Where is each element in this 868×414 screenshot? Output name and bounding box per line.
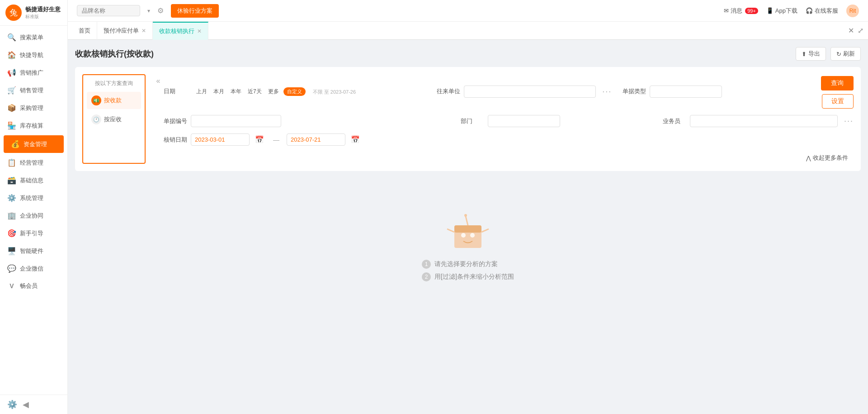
collapse-btn[interactable]: ⋀ 收起更多条件: [164, 152, 854, 164]
filter-option-by-receivable[interactable]: 🕐 按应收: [87, 111, 141, 128]
settings-icon[interactable]: ⚙️: [7, 400, 17, 409]
industry-btn[interactable]: 休验行业方案: [171, 4, 219, 18]
sidebar-item-search[interactable]: 🔍 搜索菜单: [0, 29, 67, 46]
dept-select[interactable]: [488, 115, 560, 127]
home-icon: 🏠: [7, 51, 16, 59]
tab-receipt-verify-close-icon[interactable]: ✕: [197, 28, 202, 34]
sidebar-item-label: 快捷导航: [20, 51, 43, 59]
partner-more-icon[interactable]: ···: [602, 87, 612, 96]
sidebar-nav: 🔍 搜索菜单 🏠 快捷导航 📢 营销推广 🛒 销售管理 📦 采购管理 🏪 库存核…: [0, 26, 67, 395]
tab-prepay[interactable]: 预付冲应付单 ✕: [97, 22, 153, 40]
sidebar-item-system[interactable]: ⚙️ 系统管理: [0, 189, 67, 207]
wecom-icon: 💬: [7, 264, 16, 273]
tip-num-2: 2: [422, 272, 431, 281]
chevron-down-icon[interactable]: ▾: [147, 8, 150, 14]
date-label: 日期: [164, 87, 187, 95]
brand-input[interactable]: [77, 5, 140, 16]
page-content: 收款核销执行(按收款) ⬆ 导出 ↻ 刷新 按以下方案查询 💵 按收款: [68, 40, 868, 414]
date-filter: 日期 上月 本月 本年 近7天 更多 自定义 不限 至 2023-07-26: [164, 87, 426, 96]
filter-option-receivable-label: 按应收: [104, 115, 122, 124]
tab-bar: 首页 预付冲应付单 ✕ 收款核销执行 ✕ ✕ ⤢: [68, 22, 868, 40]
settings-btn[interactable]: 设置: [822, 94, 854, 109]
sidebar-item-label: 智能硬件: [20, 247, 43, 255]
message-btn[interactable]: ✉ 消息 99+: [724, 7, 758, 15]
sidebar-item-basicinfo[interactable]: 🗃️ 基础信息: [0, 171, 67, 189]
top-header: ▾ ⚙ 休验行业方案 ✉ 消息 99+ 📱 App下载 🎧 在线客服 Rit: [68, 0, 868, 22]
filter-option-by-receipt[interactable]: 💵 按收款: [87, 92, 141, 109]
sidebar-item-label: 搜索菜单: [20, 33, 43, 42]
sidebar-item-marketing[interactable]: 📢 营销推广: [0, 64, 67, 81]
sidebar-item-label: 企业协同: [20, 212, 43, 220]
empty-svg: [441, 207, 495, 252]
app-name: 畅捷通好生意: [25, 6, 61, 14]
tab-expand-btn[interactable]: ⤢: [858, 26, 863, 35]
sidebar-item-enterprise[interactable]: 🏢 企业协同: [0, 207, 67, 224]
sidebar-item-finance[interactable]: 💰 资金管理: [4, 135, 64, 153]
svg-line-9: [481, 229, 489, 232]
tab-prepay-label: 预付冲应付单: [104, 27, 139, 35]
tip-text-2: 用[过滤]条件来缩小分析范围: [434, 273, 514, 281]
filter-toggle-btn[interactable]: «: [153, 74, 164, 164]
refresh-btn[interactable]: ↻ 刷新: [830, 47, 861, 61]
verify-date-label: 核销日期: [164, 136, 187, 144]
docno-label: 单据编号: [164, 117, 187, 125]
tab-receipt-verify[interactable]: 收款核销执行 ✕: [153, 22, 208, 40]
date-btn-last-month[interactable]: 上月: [194, 87, 209, 96]
filter-row-1: 日期 上月 本月 本年 近7天 更多 自定义 不限 至 2023-07-26 往…: [164, 74, 854, 109]
sidebar-item-label: 营销推广: [20, 69, 43, 77]
svg-text:兔: 兔: [9, 8, 18, 17]
date-btn-more[interactable]: 更多: [266, 87, 281, 96]
date-btn-this-year[interactable]: 本年: [229, 87, 243, 96]
partner-input[interactable]: [464, 86, 596, 98]
sidebar-item-wecom[interactable]: 💬 企业微信: [0, 260, 67, 277]
staff-input[interactable]: [690, 115, 838, 127]
operations-icon: 📋: [7, 158, 16, 167]
sidebar-item-label: 企业微信: [20, 265, 43, 273]
tab-home-label: 首页: [79, 27, 90, 35]
date-btn-custom[interactable]: 自定义: [283, 87, 306, 96]
sidebar-item-sales[interactable]: 🛒 销售管理: [0, 81, 67, 99]
calendar-start-icon[interactable]: 📅: [255, 135, 264, 144]
sidebar-item-inventory[interactable]: 🏪 库存核算: [0, 117, 67, 134]
tab-close-all-btn[interactable]: ✕: [848, 26, 854, 35]
doctype-select[interactable]: [650, 86, 722, 98]
verify-date-start-input[interactable]: [191, 133, 250, 146]
query-btn[interactable]: 查询: [821, 76, 854, 90]
calendar-end-icon[interactable]: 📅: [351, 135, 360, 144]
sidebar-item-hardware[interactable]: 🖥️ 智能硬件: [0, 242, 67, 260]
sidebar-item-quicknav[interactable]: 🏠 快捷导航: [0, 46, 67, 64]
header-right: ✉ 消息 99+ 📱 App下载 🎧 在线客服 Rit: [724, 5, 859, 17]
export-btn[interactable]: ⬆ 导出: [796, 47, 826, 61]
empty-state: 1 请先选择要分析的方案 2 用[过滤]条件来缩小分析范围: [75, 207, 861, 281]
online-service-btn[interactable]: 🎧 在线客服: [806, 7, 838, 15]
verify-date-end-input[interactable]: [287, 133, 345, 146]
enterprise-icon: 🏢: [7, 211, 16, 220]
refresh-icon: ↻: [836, 51, 841, 57]
dept-label: 部门: [461, 117, 484, 125]
sidebar-item-purchase[interactable]: 📦 采购管理: [0, 99, 67, 117]
app-edition: 标准版: [25, 14, 61, 19]
gear-icon[interactable]: ⚙: [157, 6, 164, 15]
tab-prepay-close-icon[interactable]: ✕: [142, 28, 146, 34]
staff-label: 业务员: [663, 117, 686, 125]
basicinfo-icon: 🗃️: [7, 176, 16, 185]
empty-tip-2: 2 用[过滤]条件来缩小分析范围: [422, 272, 514, 281]
svg-line-8: [447, 229, 454, 232]
sidebar-item-label: 资金管理: [24, 140, 47, 148]
docno-input[interactable]: [191, 115, 281, 127]
staff-more-icon[interactable]: ···: [844, 116, 854, 126]
tab-home[interactable]: 首页: [72, 22, 97, 40]
member-icon: V: [7, 282, 16, 290]
date-btn-7days[interactable]: 近7天: [246, 87, 264, 96]
user-profile[interactable]: Rit: [846, 5, 859, 17]
collapse-sidebar-icon[interactable]: ◀: [23, 400, 29, 409]
sidebar-item-member[interactable]: V 畅会员: [0, 277, 67, 295]
sidebar-item-operations[interactable]: 📋 经营管理: [0, 154, 67, 171]
app-download-btn[interactable]: 📱 App下载: [766, 7, 797, 15]
date-btn-this-month[interactable]: 本月: [212, 87, 226, 96]
user-name: Rit: [849, 8, 856, 14]
tab-bar-actions: ✕ ⤢: [848, 26, 868, 35]
sidebar-item-guide[interactable]: 🎯 新手引导: [0, 224, 67, 242]
tab-receipt-verify-label: 收款核销执行: [159, 27, 194, 35]
sidebar-item-label: 新手引导: [20, 229, 43, 238]
